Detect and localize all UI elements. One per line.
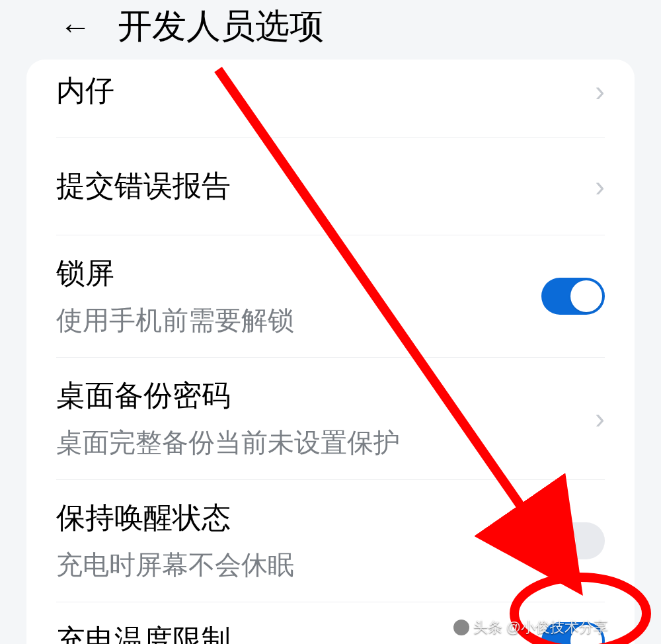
row-lock-screen-title: 锁屏 [56,254,294,293]
row-stay-awake-sub: 充电时屏幕不会休眠 [56,547,294,583]
row-lock-screen: 锁屏 使用手机前需要解锁 [56,235,605,358]
row-bug-report[interactable]: 提交错误报告 › [56,138,605,235]
row-backup-password-sub: 桌面完整备份当前未设置保护 [56,424,400,461]
watermark-text: 头条 @小俊技术分享 [473,618,608,637]
settings-screen: ← 开发人员选项 内仔 › 提交错误报告 › 锁屏 使用手机前需要解锁 桌面备份… [0,0,661,644]
chevron-right-icon: › [595,170,605,203]
settings-card: 内仔 › 提交错误报告 › 锁屏 使用手机前需要解锁 桌面备份密码 桌面完整备份… [26,60,635,644]
row-backup-password-title: 桌面备份密码 [56,376,400,415]
lock-screen-toggle[interactable] [541,278,605,315]
row-memory[interactable]: 内仔 › [56,60,605,138]
row-stay-awake-title: 保持唤醒状态 [56,499,294,538]
chevron-right-icon: › [595,402,605,435]
avatar-icon [453,620,469,635]
row-charge-temp-title: 充电温度限制 [56,621,231,644]
watermark: 头条 @小俊技术分享 [453,618,608,637]
chevron-right-icon: › [595,75,605,108]
back-arrow-icon[interactable]: ← [59,9,91,45]
row-memory-title: 内仔 [56,71,114,110]
row-bug-report-title: 提交错误报告 [56,167,231,206]
header-bar: ← 开发人员选项 [0,0,661,60]
stay-awake-toggle[interactable] [541,522,605,559]
row-lock-screen-sub: 使用手机前需要解锁 [56,302,294,339]
row-stay-awake: 保持唤醒状态 充电时屏幕不会休眠 [56,480,605,602]
row-backup-password[interactable]: 桌面备份密码 桌面完整备份当前未设置保护 › [56,358,605,480]
page-title: 开发人员选项 [118,3,324,50]
